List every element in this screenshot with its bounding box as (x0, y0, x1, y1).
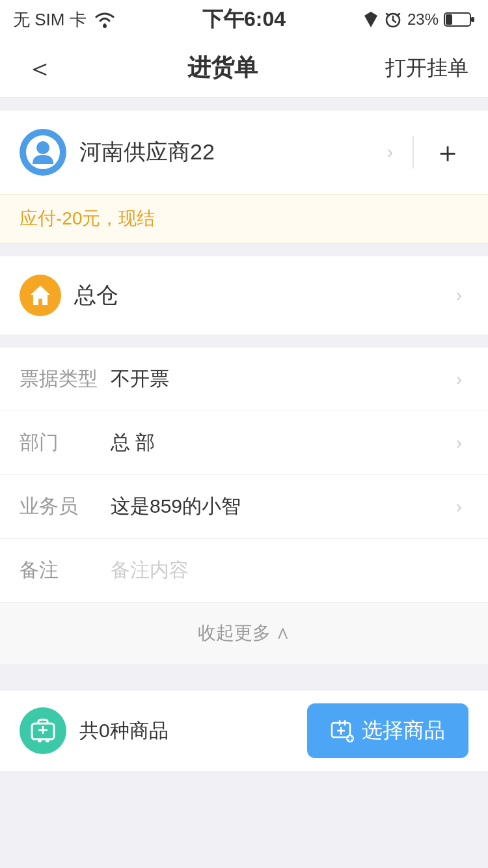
ticket-type-row[interactable]: 票据类型 不开票 › (0, 347, 488, 411)
department-row[interactable]: 部门 总 部 › (0, 411, 488, 475)
bottom-bar: 共0种商品 选择商品 (0, 690, 488, 771)
salesperson-label: 业务员 (20, 493, 111, 520)
status-left: 无 SIM 卡 (13, 8, 116, 31)
add-supplier-button[interactable]: ＋ (427, 133, 468, 172)
supplier-row[interactable]: 河南供应商22 › ＋ (0, 111, 488, 194)
ticket-type-chevron-icon: › (456, 369, 462, 390)
select-product-icon (331, 719, 354, 742)
status-bar: 无 SIM 卡 下午6:04 23% (0, 0, 488, 39)
warehouse-icon (20, 275, 61, 316)
back-button[interactable]: ＜ (20, 44, 60, 93)
department-label: 部门 (20, 429, 111, 456)
location-icon (363, 10, 379, 29)
supplier-chevron-icon: › (387, 142, 393, 163)
warehouse-chevron-icon: › (456, 285, 462, 306)
remark-placeholder: 备注内容 (111, 557, 468, 584)
supplier-divider (413, 136, 414, 169)
remark-label: 备注 (20, 557, 111, 584)
warehouse-label: 总仓 (74, 280, 456, 310)
rest-area (0, 771, 488, 868)
select-product-label: 选择商品 (362, 716, 445, 745)
open-pending-button[interactable]: 打开挂单 (385, 54, 468, 83)
wifi-icon (93, 10, 116, 29)
battery-icon (444, 11, 475, 28)
alarm-icon (384, 10, 402, 29)
svg-rect-4 (446, 14, 452, 25)
svg-point-5 (36, 141, 49, 154)
nav-bar: ＜ 进货单 打开挂单 (0, 39, 488, 98)
svg-rect-3 (471, 17, 474, 22)
section-gap-3 (0, 334, 488, 347)
person-icon (31, 139, 55, 165)
cart-icon (29, 717, 57, 744)
supplier-avatar-inner (26, 135, 60, 169)
fields-card: 票据类型 不开票 › 部门 总 部 › 业务员 这是859的小智 › 备注 备注… (0, 347, 488, 602)
warehouse-card: 总仓 › (0, 256, 488, 334)
svg-point-8 (46, 739, 49, 742)
nav-title: 进货单 (187, 52, 258, 84)
warehouse-row[interactable]: 总仓 › (0, 256, 488, 334)
ticket-type-label: 票据类型 (20, 366, 111, 392)
product-icon-wrap (20, 707, 66, 754)
supplier-name: 河南供应商22 (79, 137, 387, 167)
supplier-avatar (20, 129, 66, 176)
battery-label: 23% (407, 10, 439, 29)
section-gap-4 (0, 664, 488, 677)
page-root: 无 SIM 卡 下午6:04 23% (0, 0, 488, 868)
section-gap-1 (0, 98, 488, 111)
status-time: 下午6:04 (202, 5, 286, 34)
salesperson-chevron-icon: › (456, 496, 462, 517)
remark-row[interactable]: 备注 备注内容 (0, 539, 488, 602)
section-gap-2 (0, 243, 488, 256)
select-product-button[interactable]: 选择商品 (307, 703, 468, 758)
salesperson-row[interactable]: 业务员 这是859的小智 › (0, 475, 488, 539)
svg-point-7 (38, 739, 42, 742)
ticket-type-value: 不开票 (111, 366, 456, 392)
collapse-button[interactable]: 收起更多 ∧ (0, 602, 488, 664)
department-chevron-icon: › (456, 433, 462, 454)
product-count-label: 共0种商品 (79, 718, 294, 744)
department-value: 总 部 (111, 429, 456, 456)
supplier-card: 河南供应商22 › ＋ 应付-20元，现结 (0, 111, 488, 243)
notice-text: 应付-20元，现结 (20, 208, 155, 228)
svg-point-0 (103, 24, 107, 28)
collapse-label: 收起更多 ∧ (198, 623, 291, 643)
status-right: 23% (363, 10, 475, 29)
carrier-label: 无 SIM 卡 (13, 8, 87, 31)
salesperson-value: 这是859的小智 (111, 493, 456, 520)
notice-bar: 应付-20元，现结 (0, 194, 488, 243)
house-icon (28, 283, 53, 308)
